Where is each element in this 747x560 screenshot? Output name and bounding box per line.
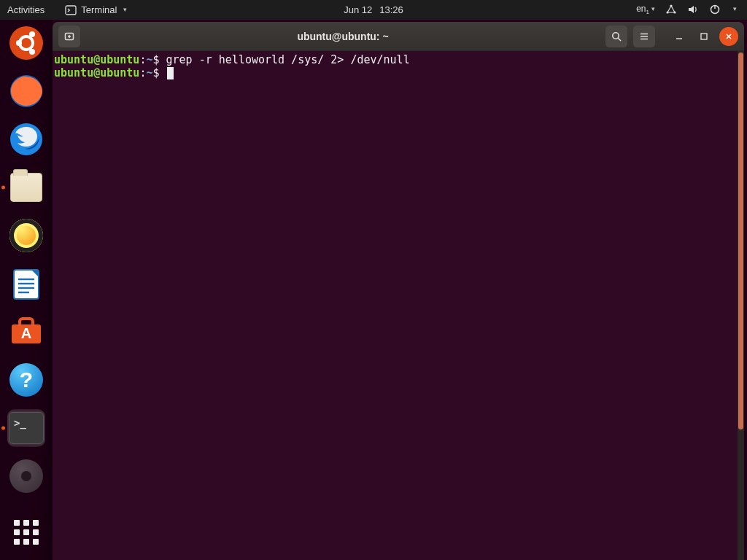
window-close-button[interactable] — [719, 27, 738, 46]
show-applications-button[interactable] — [9, 515, 44, 550]
new-tab-button[interactable] — [58, 26, 80, 47]
scrollbar-thumb[interactable] — [738, 52, 743, 429]
ubuntu-dock: A ? >_ — [0, 20, 53, 560]
svg-rect-0 — [66, 6, 76, 15]
dock-ubuntu-dash[interactable] — [7, 24, 45, 62]
dock-help[interactable]: ? — [7, 361, 45, 399]
help-icon: ? — [9, 363, 43, 397]
apps-grid-icon — [14, 520, 39, 545]
dock-thunderbird[interactable] — [7, 120, 45, 158]
terminal-titlebar: ubuntu@ubuntu: ~ — [53, 22, 744, 51]
svg-point-21 — [613, 32, 619, 38]
chevron-down-icon: ▾ — [123, 6, 127, 13]
dock-files[interactable] — [7, 168, 45, 206]
dock-disk-creator[interactable] — [7, 457, 45, 495]
gnome-top-bar: Activities Terminal ▾ Jun 12 13:26 en1▾ … — [0, 0, 747, 20]
terminal-icon — [65, 4, 77, 16]
disk-icon — [9, 459, 43, 493]
folder-icon — [10, 173, 42, 202]
window-minimize-button[interactable] — [670, 27, 689, 46]
prompt-user: ubuntu@ubuntu — [54, 66, 139, 79]
app-menu[interactable]: Terminal ▾ — [65, 4, 127, 16]
prompt-user: ubuntu@ubuntu — [54, 53, 139, 66]
dock-libreoffice-writer[interactable] — [7, 265, 45, 303]
volume-icon[interactable] — [687, 4, 699, 15]
svg-text:A: A — [21, 325, 31, 341]
input-source-indicator[interactable]: en1▾ — [636, 4, 655, 15]
app-menu-label: Terminal — [81, 4, 117, 15]
dock-firefox[interactable] — [7, 72, 45, 110]
dock-terminal[interactable]: >_ — [7, 409, 45, 447]
hamburger-menu-button[interactable] — [633, 26, 655, 47]
prompt-symbol: $ — [152, 53, 159, 66]
command-line-1: grep -r helloworld /sys/ 2> /dev/null — [166, 53, 410, 66]
system-menu-chevron-icon[interactable]: ▾ — [733, 5, 737, 12]
dock-rhythmbox[interactable] — [7, 217, 45, 254]
speaker-icon — [9, 219, 43, 252]
terminal-body[interactable]: ubuntu@ubuntu:~$ grep -r helloworld /sys… — [53, 51, 744, 560]
prompt-symbol: $ — [152, 66, 159, 79]
terminal-scrollbar[interactable] — [738, 51, 744, 560]
terminal-window: ubuntu@ubuntu: ~ ubuntu@ubuntu:~$ grep -… — [53, 22, 744, 560]
svg-rect-22 — [701, 34, 707, 39]
dock-ubuntu-software[interactable]: A — [7, 313, 45, 351]
terminal-cursor — [167, 67, 174, 79]
window-title: ubuntu@ubuntu: ~ — [86, 31, 600, 42]
activities-button[interactable]: Activities — [7, 4, 44, 15]
network-icon[interactable] — [665, 4, 677, 15]
svg-point-5 — [9, 26, 43, 60]
search-button[interactable] — [605, 26, 627, 47]
clock[interactable]: Jun 12 13:26 — [344, 4, 403, 15]
clock-time: 13:26 — [379, 4, 403, 15]
terminal-icon: >_ — [9, 412, 44, 444]
window-maximize-button[interactable] — [694, 27, 713, 46]
power-icon[interactable] — [709, 4, 721, 15]
clock-date: Jun 12 — [344, 4, 372, 15]
